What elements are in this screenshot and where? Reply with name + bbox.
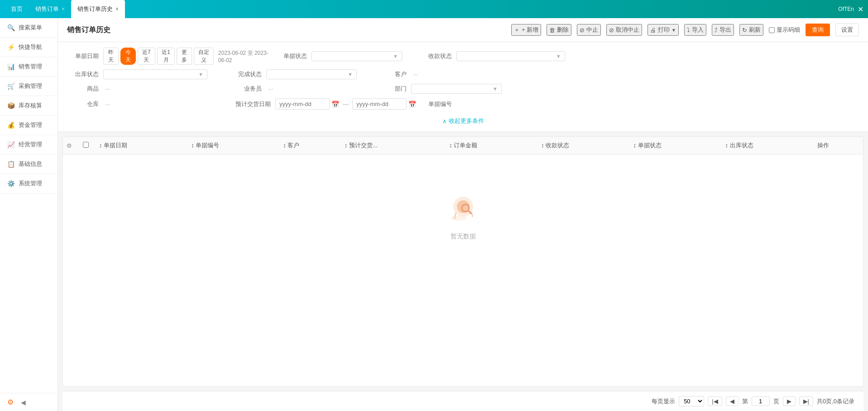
- delivery-date-from[interactable]: [275, 98, 330, 110]
- total-info: 共0页,0条记录: [817, 397, 854, 406]
- tab-close-sales-order-history[interactable]: ×: [115, 6, 119, 12]
- stop-button[interactable]: ⊘ 中止: [577, 24, 601, 36]
- page-label2: 页: [773, 397, 779, 406]
- collapse-more[interactable]: ∧ 收起更多条件: [67, 114, 859, 126]
- export-button[interactable]: ⤴ 导出: [712, 24, 734, 36]
- department-select[interactable]: ▼: [411, 84, 502, 94]
- delivery-status-control: ▼: [103, 69, 230, 79]
- table-settings-icon[interactable]: ⚙: [67, 142, 72, 149]
- department-arrow: ▼: [493, 86, 498, 92]
- calendar-to-icon[interactable]: 📅: [408, 101, 416, 108]
- sidebar-item-finance[interactable]: 💰资金管理: [0, 116, 58, 135]
- prev-page-button[interactable]: ◀: [726, 396, 739, 406]
- col-expected-delivery[interactable]: ↕ 预计交货...: [341, 137, 446, 155]
- table-settings-col[interactable]: ⚙: [63, 137, 79, 155]
- date-btn-7days[interactable]: 近7天: [138, 48, 155, 65]
- col-order-status[interactable]: ↕ 单据状态: [629, 137, 721, 155]
- sidebar-item-operations[interactable]: 📈经营管理: [0, 135, 58, 155]
- delivery-date-to[interactable]: [352, 98, 407, 110]
- completion-status-select[interactable]: ▼: [266, 69, 357, 79]
- close-window-icon[interactable]: ✕: [858, 5, 863, 14]
- col-customer[interactable]: ↕ 客户: [279, 137, 341, 155]
- sidebar-label-base-info: 基础信息: [19, 160, 42, 168]
- settings-icon[interactable]: ⚙: [7, 398, 14, 406]
- checkbox-col[interactable]: [79, 137, 96, 155]
- col-amount[interactable]: ↕ 订单金额: [446, 137, 537, 155]
- col-date[interactable]: ↕ 单据日期: [96, 137, 187, 155]
- date-btn-today[interactable]: 今天: [120, 48, 136, 65]
- sidebar-label-quick-nav: 快捷导航: [19, 43, 42, 51]
- next-page-button[interactable]: ▶: [783, 396, 796, 406]
- payment-status-select[interactable]: ▼: [456, 51, 565, 61]
- sidebar-item-search-menu[interactable]: 🔍搜索菜单: [0, 18, 58, 38]
- date-btn-yesterday[interactable]: 昨天: [103, 48, 119, 65]
- col-delivery-status[interactable]: ↕ 出库状态: [722, 137, 814, 155]
- sidebar-item-purchase[interactable]: 🛒采购管理: [0, 77, 58, 96]
- cancel-stop-button[interactable]: ⊘ 取消中止: [606, 24, 642, 36]
- date-shortcuts: 昨天 今天 近7天 近1月 更多 自定义: [103, 48, 214, 65]
- product-ellipsis[interactable]: ···: [103, 85, 112, 92]
- delete-button[interactable]: 🗑 删除: [547, 24, 571, 36]
- tab-sales-order-history[interactable]: 销售订单历史×: [71, 0, 125, 18]
- sidebar-item-base-info[interactable]: 📋基础信息: [0, 155, 58, 174]
- pagination: 每页显示 50 10 20 100 |◀ ◀ 第 页 ▶ ▶| 共0页,0条记录: [62, 391, 863, 411]
- sidebar-icon-quick-nav: ⚡: [7, 44, 15, 51]
- refresh-button[interactable]: ↻ 刷新: [739, 24, 763, 36]
- display-col-checkbox[interactable]: [769, 27, 775, 33]
- date-btn-more[interactable]: 更多: [177, 48, 192, 65]
- table-header-row: ⚙ ↕ 单据日期 ↕ 单据编号 ↕ 客户: [63, 137, 863, 155]
- tab-bar: 首页销售订单×销售订单历史×: [5, 0, 838, 18]
- page-title: 销售订单历史: [67, 25, 110, 35]
- tab-home[interactable]: 首页: [5, 0, 29, 18]
- plus-icon: ＋: [514, 26, 520, 34]
- often-label: OfTEn: [838, 6, 854, 12]
- sidebar-label-operations: 经营管理: [19, 140, 42, 149]
- completion-status-control: ▼: [266, 69, 375, 79]
- collapse-sidebar-icon[interactable]: ◀: [21, 399, 26, 406]
- sidebar-icon-operations: 📈: [7, 141, 15, 148]
- toolbar: ＋ + 新增 🗑 删除 ⊘ 中止 ⊘ 取消中止 🖨 打印: [511, 24, 859, 36]
- sidebar-label-inventory: 库存核算: [19, 102, 42, 110]
- sidebar-item-quick-nav[interactable]: ⚡快捷导航: [0, 38, 58, 57]
- salesperson-label: 业务员: [230, 85, 266, 93]
- import-icon: ⤵: [687, 27, 690, 34]
- current-page-input[interactable]: [752, 396, 770, 406]
- col-number[interactable]: ↕ 单据编号: [187, 137, 279, 155]
- settings-button[interactable]: 设置: [835, 24, 859, 36]
- salesperson-control: ···: [266, 85, 375, 92]
- date-btn-1month[interactable]: 近1月: [157, 48, 175, 65]
- sidebar-icon-system: ⚙️: [7, 180, 15, 187]
- collapse-up-icon: ∧: [442, 118, 447, 125]
- last-page-button[interactable]: ▶|: [799, 396, 813, 406]
- delete-icon: 🗑: [549, 27, 555, 34]
- import-button[interactable]: ⤵ 导入: [684, 24, 706, 36]
- customer-ellipsis[interactable]: ···: [411, 71, 420, 78]
- delivery-status-label: 出库状态: [67, 70, 103, 78]
- payment-status-control: ▼: [456, 51, 565, 61]
- delivery-status-select[interactable]: ▼: [103, 69, 207, 79]
- date-btn-custom[interactable]: 自定义: [194, 48, 214, 65]
- tab-close-sales-order[interactable]: ×: [62, 6, 65, 12]
- col-payment-status[interactable]: ↕ 收款状态: [537, 137, 629, 155]
- sidebar-item-sales[interactable]: 📊销售管理: [0, 57, 58, 77]
- calendar-from-icon[interactable]: 📅: [331, 101, 339, 108]
- salesperson-ellipsis[interactable]: ···: [266, 85, 275, 92]
- order-status-select[interactable]: ▼: [312, 51, 402, 61]
- empty-state-row: 暂无数据: [63, 155, 863, 277]
- sidebar-icon-finance: 💰: [7, 121, 15, 129]
- sidebar-item-inventory[interactable]: 📦库存核算: [0, 96, 58, 116]
- print-button[interactable]: 🖨 打印 ▼: [647, 24, 679, 36]
- query-button[interactable]: 查询: [806, 24, 830, 36]
- select-all-checkbox[interactable]: [83, 142, 89, 148]
- display-col-check[interactable]: 显示码细: [769, 26, 800, 34]
- filter-row-delivery: 出库状态 ▼ 完成状态 ▼ 客户 ···: [67, 69, 859, 79]
- sidebar-item-system[interactable]: ⚙️系统管理: [0, 174, 58, 193]
- page-size-select[interactable]: 50 10 20 100: [679, 396, 704, 406]
- new-button[interactable]: ＋ + 新增: [511, 24, 541, 36]
- table-area: ⚙ ↕ 单据日期 ↕ 单据编号 ↕ 客户: [62, 136, 863, 387]
- warehouse-ellipsis[interactable]: ···: [103, 101, 112, 108]
- date-label: 单据日期: [67, 52, 103, 60]
- tab-sales-order[interactable]: 销售订单×: [29, 0, 71, 18]
- first-page-button[interactable]: |◀: [708, 396, 722, 406]
- expected-delivery-control: 📅 — 📅: [275, 98, 420, 110]
